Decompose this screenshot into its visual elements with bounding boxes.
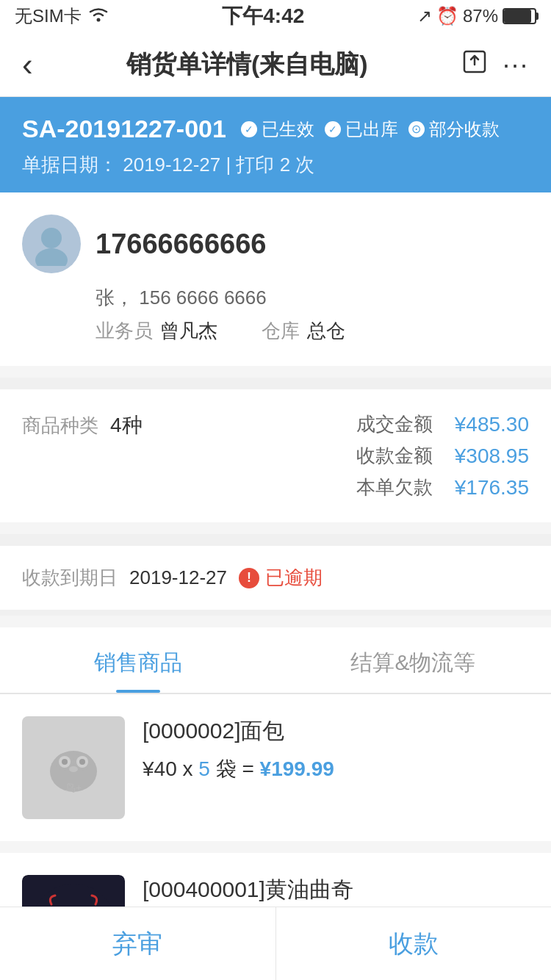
badge-partial-text: 部分收款	[429, 118, 500, 141]
customer-avatar	[22, 215, 81, 273]
received-value: ¥308.95	[455, 444, 529, 468]
overdue-icon: !	[239, 568, 259, 588]
stats-right: 成交金额 ¥485.30 收款金额 ¥308.95 本单欠款 ¥176.35	[356, 411, 529, 500]
due-date-value: 2019-12-27	[129, 566, 227, 589]
badge-partial: ⊙ 部分收款	[408, 118, 500, 141]
price-total-1: ¥199.99	[260, 757, 334, 780]
due-date-label: 收款到期日	[22, 565, 118, 591]
svg-point-3	[35, 248, 68, 266]
divider-1	[0, 378, 551, 389]
customer-info: 张， 156 6666 6666	[96, 285, 529, 311]
confirm-button[interactable]: 收款	[276, 907, 552, 980]
owed-row: 本单欠款 ¥176.35	[356, 475, 529, 500]
customer-phone: 17666666666	[96, 228, 266, 260]
svg-point-0	[96, 18, 100, 22]
print-suffix: 次	[295, 154, 314, 176]
svg-text:鸟+: 鸟+	[65, 782, 82, 793]
stats-section: 商品种类 4种 成交金额 ¥485.30 收款金额 ¥308.95 本单欠款 ¥…	[0, 389, 551, 522]
bottom-bar: 弃审 收款	[0, 907, 551, 980]
customer-name: 张，	[96, 287, 134, 309]
customer-section: 17666666666 张， 156 6666 6666 业务员 曾凡杰 仓库 …	[0, 192, 551, 366]
more-icon[interactable]: ···	[503, 49, 529, 80]
tabs-container: 销售商品 结算&物流等	[0, 627, 551, 694]
warehouse-value: 总仓	[307, 318, 345, 344]
owl-image: 鸟+	[22, 716, 125, 819]
salesperson-label: 业务员	[96, 318, 153, 344]
tab-products[interactable]: 销售商品	[0, 627, 276, 693]
svg-point-10	[79, 759, 85, 765]
warehouse-label: 仓库	[262, 318, 300, 344]
alarm-icon: ⏰	[436, 6, 458, 26]
deal-amount-row: 成交金额 ¥485.30	[356, 411, 529, 437]
overdue-badge: ! 已逾期	[239, 565, 323, 591]
order-date: 单据日期： 2019-12-27 | 打印 2 次	[22, 152, 529, 178]
order-id: SA-20191227-001	[22, 115, 226, 143]
date-label: 单据日期：	[22, 154, 118, 176]
stats-left: 商品种类 4种	[22, 411, 143, 439]
product-types-label: 商品种类	[22, 413, 98, 439]
price-unit-1: ¥40	[143, 757, 177, 780]
svg-point-2	[41, 228, 62, 248]
tab-settlement[interactable]: 结算&物流等	[276, 627, 551, 693]
price-unit-label-1: 袋	[216, 757, 237, 780]
owed-label: 本单欠款	[356, 475, 433, 500]
due-date-section: 收款到期日 2019-12-27 ! 已逾期	[0, 546, 551, 616]
nav-bar: ‹ 销货单详情(来自电脑) ···	[0, 32, 551, 97]
badge-shipped: ✓ 已出库	[325, 118, 398, 141]
price-qty-1: 5	[198, 757, 210, 780]
check-icon: ✓	[245, 123, 253, 135]
product-info-1: [0000002]面包 ¥40 x 5 袋 = ¥199.99	[143, 716, 529, 783]
badge-shipped-text: 已出库	[345, 118, 398, 141]
cancel-label: 弃审	[112, 927, 162, 961]
check-icon-2: ✓	[328, 123, 337, 135]
price-eq-1: =	[242, 757, 259, 780]
tab-products-label: 销售商品	[94, 650, 182, 674]
status-time: 下午4:42	[222, 2, 304, 30]
status-left: 无SIM卡	[15, 4, 109, 28]
product-name-1: [0000002]面包	[143, 716, 529, 746]
page-title: 销货单详情(来自电脑)	[126, 48, 368, 82]
received-label: 收款金额	[356, 443, 433, 469]
cancel-button[interactable]: 弃审	[0, 907, 276, 980]
svg-point-11	[69, 766, 78, 772]
product-types-value: 4种	[110, 411, 143, 439]
back-button[interactable]: ‹	[22, 46, 33, 83]
owed-value: ¥176.35	[455, 476, 529, 500]
print-label: | 打印	[226, 154, 274, 176]
wifi-icon	[87, 6, 109, 26]
price-x-1: x	[183, 757, 199, 780]
salesperson-item: 业务员 曾凡杰	[96, 318, 217, 344]
battery-text: 87%	[463, 6, 498, 26]
salesperson-value: 曾凡杰	[160, 318, 217, 344]
warehouse-item: 仓库 总仓	[262, 318, 345, 344]
battery-icon	[503, 8, 536, 24]
svg-point-9	[62, 759, 68, 765]
overdue-text: 已逾期	[265, 565, 323, 591]
status-badges: ✓ 已生效 ✓ 已出库 ⊙ 部分收款	[241, 118, 500, 141]
product-image-1: 鸟+	[22, 716, 125, 819]
received-row: 收款金额 ¥308.95	[356, 443, 529, 469]
order-banner: SA-20191227-001 ✓ 已生效 ✓ 已出库 ⊙ 部分收款 单据日期：…	[0, 97, 551, 192]
customer-row: 17666666666	[22, 215, 529, 273]
status-bar: 无SIM卡 下午4:42 ↗ ⏰ 87%	[0, 0, 551, 32]
carrier-text: 无SIM卡	[15, 4, 82, 28]
customer-contact-phone: 156 6666 6666	[139, 287, 267, 309]
date-value: 2019-12-27	[123, 154, 220, 176]
product-price-1: ¥40 x 5 袋 = ¥199.99	[143, 755, 529, 783]
status-right: ↗ ⏰ 87%	[417, 6, 536, 26]
customer-meta: 业务员 曾凡杰 仓库 总仓	[96, 318, 529, 344]
location-icon: ↗	[417, 6, 432, 26]
product-name-2: [000400001]黄油曲奇	[143, 875, 529, 905]
badge-active-text: 已生效	[262, 118, 314, 141]
clock-icon: ⊙	[411, 122, 421, 136]
divider-2	[0, 534, 551, 546]
tab-settlement-label: 结算&物流等	[350, 650, 475, 674]
share-icon[interactable]	[461, 48, 488, 81]
badge-active: ✓ 已生效	[241, 118, 314, 141]
product-item: 鸟+ [0000002]面包 ¥40 x 5 袋 = ¥199.99	[0, 694, 551, 841]
deal-amount-value: ¥485.30	[455, 413, 529, 436]
deal-amount-label: 成交金额	[356, 411, 433, 437]
nav-actions: ···	[461, 48, 529, 81]
print-count-val: 2	[280, 154, 290, 176]
confirm-label: 收款	[389, 927, 439, 961]
